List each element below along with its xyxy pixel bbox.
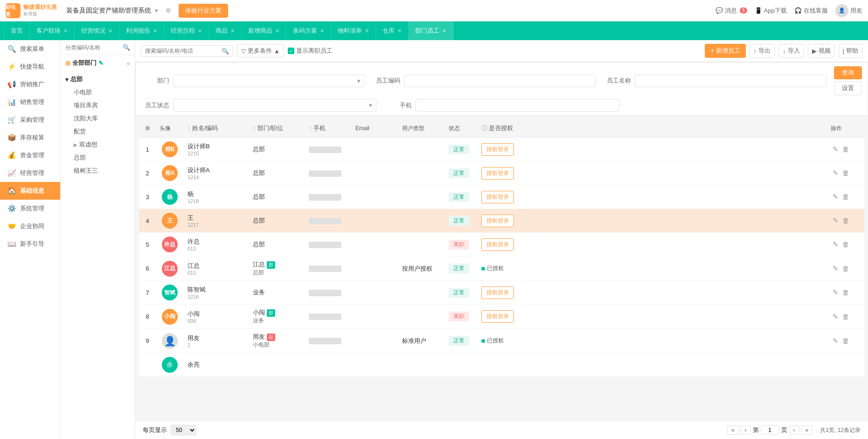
search-icon[interactable]: 🔍 [222,48,229,55]
per-page-select[interactable]: 50 100 [171,425,196,435]
search-button[interactable]: 查询 [834,66,862,79]
col-dept[interactable]: ↕ 部门/职位 [249,119,305,138]
col-phone[interactable]: ↕ 手机 [305,119,352,138]
auth-button[interactable]: 授权登录 [481,286,514,299]
dept-node-sub[interactable]: 项目库房 [61,99,135,112]
sidebar-item-inventory[interactable]: 📦 库存核算 [0,129,60,146]
row-auth[interactable]: 授权登录 [478,209,534,233]
help-button[interactable]: | 帮助 [839,44,862,58]
filter-name-input[interactable] [635,75,826,87]
auth-button[interactable]: 授权登录 [481,191,514,203]
title-dropdown-icon[interactable]: ▾ [155,7,158,14]
col-settings[interactable]: ⚙ [139,119,156,138]
auth-button[interactable]: 授权登录 [481,310,514,323]
tab-bom[interactable]: 物料清单✕ [331,21,376,40]
add-employee-button[interactable]: + 新增员工 [705,44,745,58]
delete-button[interactable]: 🗑 [840,336,851,346]
view-button[interactable]: ▶ 视频 [808,44,835,58]
search-input[interactable] [145,48,220,54]
sidebar-item-basic-info[interactable]: 🏠 基础信息 [0,182,60,200]
close-icon[interactable]: ✕ [365,28,369,34]
dept-node-sub[interactable]: 配货 [61,125,135,138]
first-page-btn[interactable]: « [727,425,739,435]
edit-button[interactable]: ✎ [831,264,840,274]
edit-button[interactable]: ✎ [831,192,840,202]
tab-goods[interactable]: 商品✕ [209,21,242,40]
dept-node-group[interactable]: ▾ 总部 [61,73,135,86]
delete-button[interactable]: 🗑 [840,312,851,321]
tab-operation-status[interactable]: 经营情况✕ [75,21,119,40]
dept-node-sub[interactable]: 小电部 [61,86,135,99]
sidebar-item-quick-nav[interactable]: ⚡ 快捷导航 [0,58,60,76]
delete-button[interactable]: 🗑 [840,287,851,297]
tab-home[interactable]: 首页 [4,21,30,40]
edit-button[interactable]: ✎ [831,168,840,178]
dept-search-input[interactable] [65,44,123,51]
edit-button[interactable]: ✎ [831,312,840,322]
sidebar-item-finance[interactable]: 💰 资金管理 [0,146,60,164]
filter-dept-select[interactable]: ▾ [173,75,365,87]
sidebar-item-search[interactable]: 🔍 搜索菜单 [0,40,60,58]
col-name[interactable]: ↕ 姓名/编码 [184,119,249,138]
close-icon[interactable]: ✕ [442,28,446,34]
dept-fold-icon[interactable]: « [127,60,130,67]
filter-status-select[interactable]: ▾ [173,99,376,111]
delete-button[interactable]: 🗑 [840,168,851,178]
delete-button[interactable]: 🗑 [840,144,851,154]
show-resigned-toggle[interactable]: ✓ 显示离职员工 [288,47,333,55]
page-input[interactable]: 1 [761,425,779,435]
close-icon[interactable]: ✕ [198,28,202,34]
message-action[interactable]: 💬 消息 5 [715,7,747,15]
sidebar-item-guide[interactable]: 📖 新手引导 [0,235,60,253]
close-icon[interactable]: ✕ [108,28,112,34]
tab-profit[interactable]: 利润报告✕ [119,21,164,40]
close-icon[interactable]: ✕ [63,28,68,34]
tab-warehouse[interactable]: 仓库✕ [376,21,409,40]
delete-button[interactable]: 🗑 [840,264,851,273]
edit-button[interactable]: ✎ [831,216,840,226]
online-service-action[interactable]: 🎧 在线客服 [794,7,828,15]
auth-button[interactable]: 授权登录 [481,215,514,227]
dept-node-sub[interactable]: ▶ 双虚想 [61,138,135,151]
close-icon[interactable]: ✕ [275,28,279,34]
sidebar-item-sales[interactable]: 📊 销售管理 [0,93,60,111]
tab-operation-history[interactable]: 经营历程✕ [164,21,209,40]
sidebar-item-cooperation[interactable]: 🤝 企业协同 [0,217,60,235]
gear-icon[interactable]: ⚙ [166,7,171,14]
sidebar-item-marketing[interactable]: 📢 营销推广 [0,76,60,93]
row-auth[interactable]: 授权登录 [478,305,534,329]
close-icon[interactable]: ✕ [153,28,157,34]
tab-barcode[interactable]: 条码方案✕ [286,21,331,40]
export-button[interactable]: ↑ 导出 [750,44,775,58]
sidebar-item-operation[interactable]: 📈 经营管理 [0,164,60,182]
tab-add-goods[interactable]: 新增商品✕ [242,21,286,40]
delete-button[interactable]: 🗑 [840,216,851,225]
sidebar-item-system[interactable]: ⚙️ 系统管理 [0,200,60,217]
user-action[interactable]: 👤 用友 [835,4,862,17]
row-auth[interactable]: 授权登录 [478,138,534,161]
tab-dept-staff[interactable]: 部门员工✕ [409,21,453,40]
edit-button[interactable]: ✎ [831,287,840,298]
dept-node-sub[interactable]: 植树王三 [61,164,135,177]
next-page-btn[interactable]: › [789,425,799,435]
edit-button[interactable]: ✎ [831,239,840,250]
tab-customer[interactable]: 客户联络✕ [30,21,75,40]
app-download-action[interactable]: 📱 App下载 [755,7,787,15]
dept-node-sub[interactable]: 沈阳大库 [61,112,135,125]
import-button[interactable]: ↓ 导入 [778,44,804,58]
row-auth[interactable]: 授权登录 [478,161,534,185]
delete-button[interactable]: 🗑 [840,192,851,202]
dept-search-icon[interactable]: 🔍 [123,44,130,51]
close-icon[interactable]: ✕ [397,28,402,34]
dept-node-sub[interactable]: 总部 [61,151,135,164]
close-icon[interactable]: ✕ [230,28,235,34]
dept-edit-icon[interactable]: ✎ [98,60,104,67]
prev-page-btn[interactable]: ‹ [741,425,751,435]
sidebar-item-purchase[interactable]: 🛒 采购管理 [0,111,60,129]
filter-phone-input[interactable] [416,99,619,111]
auth-button[interactable]: 授权登录 [481,143,514,156]
edit-button[interactable]: ✎ [831,336,840,346]
row-auth[interactable] [478,353,534,377]
reset-button[interactable]: 设置 [834,81,862,95]
filter-code-input[interactable] [404,75,596,87]
